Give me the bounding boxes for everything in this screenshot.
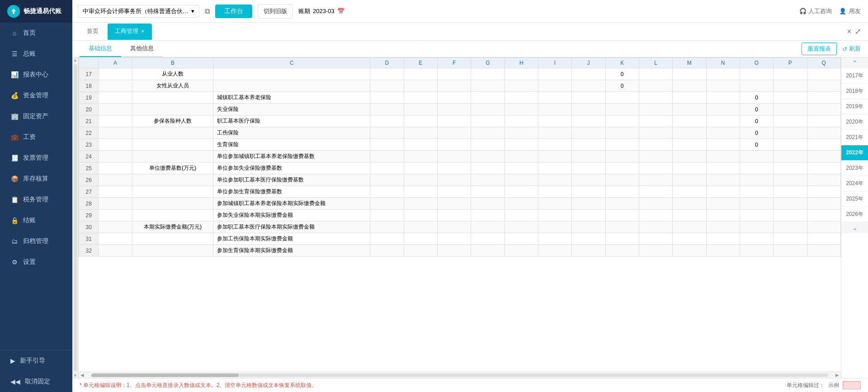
cell-18-a[interactable] — [99, 80, 132, 92]
company-selector[interactable]: 中审众环会计师事务所（特殊普通合伙… ▾ — [78, 5, 199, 18]
cell-17-b[interactable]: 从业人数 — [132, 68, 213, 80]
cell-19-p[interactable] — [774, 92, 807, 104]
cell-17-k[interactable]: 0 — [605, 68, 639, 80]
scroll-down-arrow[interactable]: ▼ — [73, 373, 78, 378]
cell-31-n[interactable] — [706, 233, 740, 245]
cell-18-q[interactable] — [807, 80, 841, 92]
cell-27-o[interactable] — [740, 186, 773, 198]
cell-23-p[interactable] — [774, 139, 807, 151]
cell-25-q[interactable] — [807, 163, 841, 174]
cell-27-e[interactable] — [404, 186, 437, 198]
cell-32-a[interactable] — [99, 245, 132, 257]
cell-17-d[interactable] — [370, 68, 404, 80]
cell-29-c[interactable]: 参加失业保险本期实际缴费金额 — [213, 210, 370, 221]
cell-25-a[interactable] — [99, 163, 132, 174]
cell-19-e[interactable] — [404, 92, 437, 104]
cell-24-j[interactable] — [572, 151, 605, 163]
cell-30-k[interactable] — [605, 221, 639, 233]
cell-20-l[interactable] — [639, 104, 672, 115]
cell-32-q[interactable] — [807, 245, 841, 257]
cell-17-c[interactable] — [213, 68, 370, 80]
cell-31-a[interactable] — [99, 233, 132, 245]
cell-25-m[interactable] — [673, 163, 706, 174]
cell-22-o[interactable]: 0 — [740, 127, 773, 139]
cell-21-b[interactable]: 参保各险种人数 — [132, 115, 213, 127]
cell-31-k[interactable] — [605, 233, 639, 245]
cell-28-l[interactable] — [639, 198, 672, 210]
cell-28-n[interactable] — [706, 198, 740, 210]
sidebar-item-salary[interactable]: 💼 工资 — [0, 127, 72, 148]
cell-23-a[interactable] — [99, 139, 132, 151]
cell-21-d[interactable] — [370, 115, 404, 127]
scroll-right-button[interactable]: ▶ — [835, 373, 839, 378]
sub-tab-basic[interactable]: 基础信息 — [80, 41, 121, 57]
cell-28-g[interactable] — [471, 198, 505, 210]
cell-28-a[interactable] — [99, 198, 132, 210]
cell-17-n[interactable] — [706, 68, 740, 80]
cell-30-d[interactable] — [370, 221, 404, 233]
cell-24-i[interactable] — [538, 151, 571, 163]
cell-25-o[interactable] — [740, 163, 773, 174]
cell-28-c[interactable]: 参加城镇职工基本养老保险本期实际缴费金额 — [213, 198, 370, 210]
cell-27-m[interactable] — [673, 186, 706, 198]
cell-31-d[interactable] — [370, 233, 404, 245]
cell-17-l[interactable] — [639, 68, 672, 80]
cell-29-f[interactable] — [437, 210, 471, 221]
cell-23-d[interactable] — [370, 139, 404, 151]
cell-28-q[interactable] — [807, 198, 841, 210]
cell-22-n[interactable] — [706, 127, 740, 139]
cell-20-h[interactable] — [505, 104, 538, 115]
tab-close-button[interactable]: × — [141, 28, 145, 34]
year-nav-down[interactable]: ⌄ — [841, 222, 868, 233]
cell-31-e[interactable] — [404, 233, 437, 245]
cell-20-d[interactable] — [370, 104, 404, 115]
cell-20-o[interactable]: 0 — [740, 104, 773, 115]
cell-20-f[interactable] — [437, 104, 471, 115]
cell-17-e[interactable] — [404, 68, 437, 80]
cell-21-c[interactable]: 职工基本医疗保险 — [213, 115, 370, 127]
cell-28-k[interactable] — [605, 198, 639, 210]
cell-26-b[interactable] — [132, 174, 213, 186]
cell-18-e[interactable] — [404, 80, 437, 92]
cell-25-i[interactable] — [538, 163, 571, 174]
cell-23-g[interactable] — [471, 139, 505, 151]
cell-29-j[interactable] — [572, 210, 605, 221]
cell-22-d[interactable] — [370, 127, 404, 139]
cell-24-b[interactable] — [132, 151, 213, 163]
cell-21-g[interactable] — [471, 115, 505, 127]
cell-29-l[interactable] — [639, 210, 672, 221]
cell-20-n[interactable] — [706, 104, 740, 115]
cell-21-q[interactable] — [807, 115, 841, 127]
cell-20-m[interactable] — [673, 104, 706, 115]
close-all-button[interactable]: × — [847, 28, 851, 36]
cell-32-j[interactable] — [572, 245, 605, 257]
cell-24-m[interactable] — [673, 151, 706, 163]
cell-29-e[interactable] — [404, 210, 437, 221]
cell-27-h[interactable] — [505, 186, 538, 198]
cell-30-b[interactable]: 本期实际缴费金额(万元) — [132, 221, 213, 233]
tab-industry[interactable]: 工商管理 × — [108, 24, 152, 40]
cell-30-g[interactable] — [471, 221, 505, 233]
hscroll-thumb[interactable] — [91, 373, 239, 377]
cell-30-n[interactable] — [706, 221, 740, 233]
year-item-2024[interactable]: 2024年 — [841, 176, 868, 191]
cell-20-b[interactable] — [132, 104, 213, 115]
cell-30-c[interactable]: 参加职工基本医疗保险本期实际缴费金额 — [213, 221, 370, 233]
cell-21-o[interactable]: 0 — [740, 115, 773, 127]
cell-19-b[interactable] — [132, 92, 213, 104]
cell-23-m[interactable] — [673, 139, 706, 151]
cell-32-o[interactable] — [740, 245, 773, 257]
cell-26-f[interactable] — [437, 174, 471, 186]
cell-27-a[interactable] — [99, 186, 132, 198]
cell-22-l[interactable] — [639, 127, 672, 139]
sidebar-item-ledger[interactable]: ☰ 总账 — [0, 43, 72, 64]
cell-30-i[interactable] — [538, 221, 571, 233]
hscroll-track[interactable] — [91, 373, 828, 377]
cell-28-i[interactable] — [538, 198, 571, 210]
year-item-2021[interactable]: 2021年 — [841, 130, 868, 145]
cell-30-q[interactable] — [807, 221, 841, 233]
year-item-2026[interactable]: 2026年 — [841, 207, 868, 222]
cell-18-c[interactable] — [213, 80, 370, 92]
cell-28-h[interactable] — [505, 198, 538, 210]
cell-24-c[interactable]: 单位参加城镇职工基本养老保险缴费基数 — [213, 151, 370, 163]
